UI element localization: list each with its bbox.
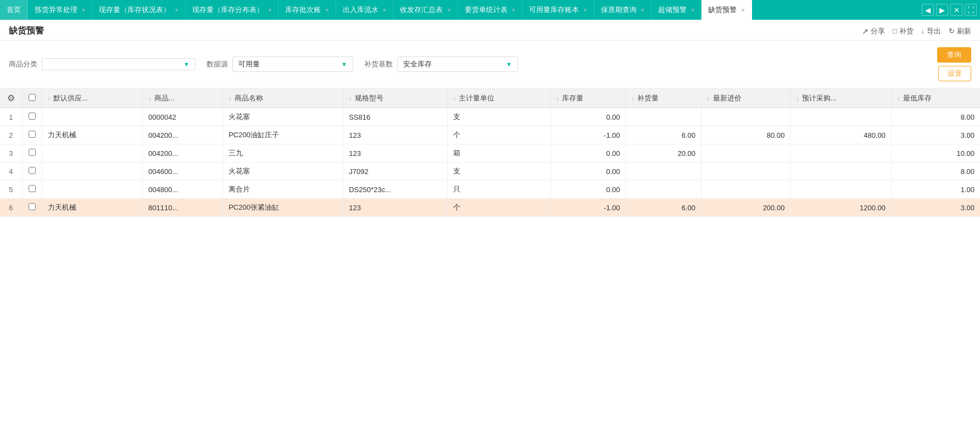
- row-min-stock: 1.00: [891, 181, 980, 199]
- row-supplier: [42, 108, 143, 126]
- row-min-stock: 10.00: [891, 144, 980, 163]
- close-icon-1[interactable]: ×: [82, 7, 85, 13]
- query-button[interactable]: 查询: [937, 47, 971, 63]
- col-header-latest-price[interactable]: ↕ 最新进价: [701, 88, 790, 108]
- col-header-gear[interactable]: ⚙: [0, 88, 22, 108]
- page-title: 缺货预警: [9, 25, 862, 37]
- row-unit: 只: [447, 181, 550, 199]
- nav-fullscreen-button[interactable]: ⛶: [965, 4, 977, 16]
- row-unit: 个: [447, 199, 550, 217]
- nav-item-home[interactable]: 首页: [0, 0, 28, 20]
- close-icon-4[interactable]: ×: [325, 7, 328, 13]
- row-checkbox[interactable]: [29, 149, 36, 156]
- settings-button[interactable]: 设置: [938, 66, 971, 81]
- row-unit: 箱: [447, 144, 550, 163]
- col-header-code[interactable]: ↕ 商品...: [143, 88, 223, 108]
- nav-label-3: 现存量（库存分布表）: [192, 5, 264, 15]
- gear-icon[interactable]: ⚙: [7, 93, 15, 103]
- close-icon-5[interactable]: ×: [383, 7, 386, 13]
- row-checkbox[interactable]: [29, 131, 36, 138]
- export-button[interactable]: ↓ 导出: [921, 26, 942, 36]
- nav-item-10[interactable]: 超储预警 ×: [652, 0, 701, 20]
- row-stock: 0.00: [550, 163, 626, 181]
- data-source-select-value: 可用量: [238, 59, 337, 69]
- replenish-basis-select[interactable]: 安全库存 ▼: [397, 57, 518, 72]
- row-checkbox[interactable]: [29, 185, 36, 192]
- refresh-button[interactable]: ↻ 刷新: [949, 26, 971, 36]
- row-checkbox[interactable]: [29, 203, 36, 210]
- row-code: 0000042: [143, 108, 223, 126]
- nav-label-home: 首页: [7, 5, 21, 15]
- row-latest-price: [701, 144, 790, 163]
- col-header-est-purchase[interactable]: ↕ 预计采购...: [790, 88, 892, 108]
- close-icon-10[interactable]: ×: [691, 7, 694, 13]
- close-icon-11[interactable]: ×: [741, 7, 744, 13]
- category-label: 商品分类: [9, 59, 37, 69]
- nav-next-button[interactable]: ▶: [936, 4, 948, 16]
- col-header-check[interactable]: [22, 88, 42, 108]
- sort-icon-replenish: ↕: [632, 96, 634, 102]
- close-icon-7[interactable]: ×: [512, 7, 515, 13]
- nav-item-1[interactable]: 拣货异常处理 ×: [28, 0, 92, 20]
- row-check[interactable]: [22, 163, 42, 181]
- row-name: 离合片: [223, 181, 343, 199]
- nav-close-button[interactable]: ✕: [950, 4, 962, 16]
- sort-icon-name: ↕: [229, 96, 231, 102]
- col-header-unit[interactable]: ↕ 主计量单位: [447, 88, 550, 108]
- replenish-basis-filter-group: 补货基数 安全库存 ▼: [364, 57, 518, 72]
- share-icon: ↗: [862, 27, 868, 36]
- col-header-stock[interactable]: ↕ 库存量: [550, 88, 626, 108]
- share-button[interactable]: ↗ 分享: [862, 26, 885, 36]
- col-header-name[interactable]: ↕ 商品名称: [223, 88, 343, 108]
- row-check[interactable]: [22, 144, 42, 163]
- col-header-supplier[interactable]: ↕ 默认供应...: [42, 88, 143, 108]
- table-container: ⚙ ↕ 默认供应... ↕ 商品... ↕ 商品名称: [0, 88, 980, 217]
- row-code: 004800...: [143, 181, 223, 199]
- row-check[interactable]: [22, 108, 42, 126]
- close-icon-8[interactable]: ×: [583, 7, 587, 13]
- nav-item-4[interactable]: 库存批次账 ×: [279, 0, 336, 20]
- col-header-replenish[interactable]: ↕ 补货量: [626, 88, 701, 108]
- row-checkbox[interactable]: [29, 167, 36, 174]
- nav-item-5[interactable]: 出入库流水 ×: [336, 0, 393, 20]
- nav-item-11[interactable]: 缺货预警 ×: [701, 0, 751, 20]
- select-all-checkbox[interactable]: [29, 94, 36, 101]
- row-unit: 支: [447, 163, 550, 181]
- nav-item-9[interactable]: 保质期查询 ×: [594, 0, 652, 20]
- nav-item-3[interactable]: 现存量（库存分布表） ×: [186, 0, 279, 20]
- col-header-spec[interactable]: ↕ 规格型号: [343, 88, 448, 108]
- close-icon-2[interactable]: ×: [175, 7, 178, 13]
- row-spec: J7092: [343, 163, 448, 181]
- row-stock: 0.00: [550, 144, 626, 163]
- nav-prev-button[interactable]: ◀: [922, 4, 934, 16]
- data-source-label: 数据源: [207, 59, 228, 69]
- row-check[interactable]: [22, 181, 42, 199]
- close-icon-6[interactable]: ×: [447, 7, 450, 13]
- row-check[interactable]: [22, 199, 42, 217]
- sort-icon-spec: ↕: [349, 96, 352, 102]
- row-check[interactable]: [22, 126, 42, 144]
- row-min-stock: 8.00: [891, 163, 980, 181]
- nav-item-8[interactable]: 可用量库存账本 ×: [522, 0, 594, 20]
- row-seq: 5: [0, 181, 22, 199]
- data-source-select[interactable]: 可用量 ▼: [232, 57, 353, 72]
- row-name: 火花塞: [223, 108, 343, 126]
- row-seq: 3: [0, 144, 22, 163]
- category-filter-group: 商品分类 ▼: [9, 58, 196, 70]
- row-est-purchase: [790, 181, 892, 199]
- row-latest-price: [701, 108, 790, 126]
- close-icon-3[interactable]: ×: [268, 7, 271, 13]
- row-latest-price: [701, 181, 790, 199]
- col-header-min-stock[interactable]: ↕ 最低库存: [891, 88, 980, 108]
- chevron-down-icon-3: ▼: [506, 61, 512, 68]
- nav-item-7[interactable]: 要货单统计表 ×: [458, 0, 522, 20]
- close-icon-9[interactable]: ×: [641, 7, 644, 13]
- export-icon: ↓: [921, 27, 925, 35]
- nav-item-2[interactable]: 现存量（库存状况表） ×: [92, 0, 185, 20]
- row-checkbox[interactable]: [29, 113, 36, 120]
- replenish-button[interactable]: □ 补货: [893, 26, 914, 36]
- category-select[interactable]: ▼: [42, 58, 196, 70]
- nav-label-10: 超储预警: [658, 5, 687, 15]
- nav-item-6[interactable]: 收发存汇总表 ×: [393, 0, 458, 20]
- row-min-stock: 3.00: [891, 199, 980, 217]
